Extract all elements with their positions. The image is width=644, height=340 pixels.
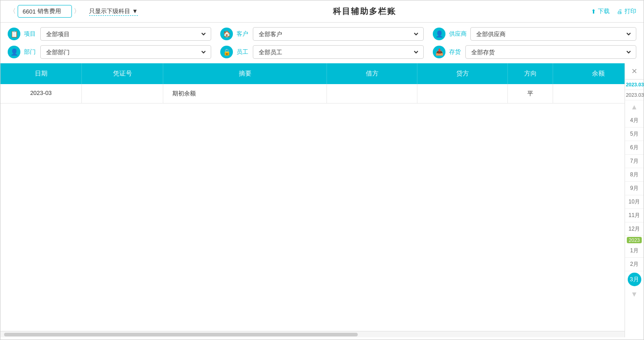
cell-voucher [82,84,163,103]
close-button[interactable]: ✕ [625,63,644,80]
supplier-icon: 👤 [433,28,445,40]
supplier-select-input[interactable]: 全部供应商 [474,30,632,38]
cell-direction: 平 [508,84,553,103]
sidebar-month-7[interactable]: 7月 [625,155,644,168]
scroll-thumb [4,333,358,336]
sidebar-up-arrow[interactable]: ▲ [625,100,644,114]
show-sub-select[interactable]: 只显示下级科目 ▼ [89,7,138,16]
cell-debit [327,84,417,103]
download-icon: ⬆ [591,8,596,15]
filter-project: 📋 项目 全部项目 [8,27,211,41]
col-header-direction: 方向 [508,63,553,84]
table-body: 2023-03 期初余额 平 [0,84,644,104]
department-label: 部门 [24,48,37,56]
sidebar-month-10[interactable]: 10月 [625,195,644,209]
year-badge-2023[interactable]: 2023 [627,237,641,243]
project-label: 项目 [24,30,37,38]
inventory-icon: 📥 [433,46,445,58]
print-label: 打印 [625,7,636,15]
sidebar-period-2[interactable]: 2023.03 [625,90,644,100]
supplier-select[interactable]: 全部供应商 [470,27,636,41]
col-header-date: 日期 [0,63,82,84]
main-window: 〈 6601 销售费用 〉 只显示下级科目 ▼ 科目辅助多栏账 ⬆ 下载 🖨 打… [0,0,644,340]
page-title: 科目辅助多栏账 [138,6,591,17]
print-button[interactable]: 🖨 打印 [617,7,636,15]
cell-summary: 期初余额 [163,84,327,103]
filter-bar: 📋 项目 全部项目 🏠 客户 全部客户 👤 供应商 [0,23,644,63]
table-area: 日期 凭证号 摘要 借方 贷方 方向 余额 2023-03 期初余额 平 [0,63,644,337]
cell-date: 2023-03 [0,84,82,103]
project-icon: 📋 [8,28,20,40]
sidebar-month-4[interactable]: 4月 [625,114,644,128]
filter-inventory: 📥 存货 全部存货 [433,45,636,59]
sidebar-month-6[interactable]: 6月 [625,141,644,155]
sidebar-down-arrow[interactable]: ▼ [625,288,644,301]
inventory-select[interactable]: 全部存货 [465,45,636,59]
department-icon: 👤 [8,46,20,58]
header-actions: ⬆ 下载 🖨 打印 [591,7,636,15]
inventory-select-input[interactable]: 全部存货 [469,48,632,56]
sidebar-month-3-active[interactable]: 3月 [628,273,641,286]
download-button[interactable]: ⬆ 下载 [591,7,610,15]
table-header: 日期 凭证号 摘要 借方 贷方 方向 余额 [0,63,644,84]
account-code: 6601 [23,8,36,15]
table-row: 2023-03 期初余额 平 [0,84,644,104]
col-header-voucher: 凭证号 [82,63,163,84]
sidebar-month-1[interactable]: 1月 [625,244,644,258]
filter-employee: 🔒 员工 全部员工 [220,45,424,59]
chevron-down-icon: ▼ [132,8,138,14]
sidebar-month-9[interactable]: 9月 [625,182,644,195]
sidebar-period-1[interactable]: 2023.03 [625,80,644,90]
header: 〈 6601 销售费用 〉 只显示下级科目 ▼ 科目辅助多栏账 ⬆ 下载 🖨 打… [0,0,644,63]
col-header-debit: 借方 [327,63,417,84]
cell-credit [417,84,508,103]
customer-label: 客户 [237,30,249,38]
show-sub-label: 只显示下级科目 [89,7,130,15]
department-select-input[interactable]: 全部部门 [44,48,207,56]
employee-select-input[interactable]: 全部员工 [257,48,420,56]
filter-customer: 🏠 客户 全部客户 [220,27,424,41]
inventory-label: 存货 [449,48,462,56]
sidebar-month-8[interactable]: 8月 [625,168,644,182]
col-header-summary: 摘要 [163,63,327,84]
employee-label: 员工 [237,48,249,56]
right-sidebar: ✕ 2023.03 2023.03 ▲ 4月 5月 6月 7月 8月 9月 10… [625,63,644,337]
sidebar-month-12[interactable]: 12月 [625,222,644,236]
project-select[interactable]: 全部项目 [40,27,211,41]
employee-icon: 🔒 [220,46,233,58]
nav-prev-button[interactable]: 〈 [8,6,18,16]
col-header-credit: 贷方 [417,63,508,84]
account-selector[interactable]: 6601 销售费用 [18,5,72,18]
horizontal-scrollbar[interactable] [0,331,644,337]
employee-select[interactable]: 全部员工 [253,45,424,59]
customer-icon: 🏠 [220,28,233,40]
sidebar-month-2[interactable]: 2月 [625,258,644,271]
project-select-input[interactable]: 全部项目 [44,30,207,38]
filter-supplier: 👤 供应商 全部供应商 [433,27,636,41]
sidebar-month-11[interactable]: 11月 [625,209,644,222]
department-select[interactable]: 全部部门 [40,45,211,59]
print-icon: 🖨 [617,8,623,15]
download-label: 下载 [598,7,610,15]
filter-department: 👤 部门 全部部门 [8,45,211,59]
customer-select-input[interactable]: 全部客户 [257,30,420,38]
account-name: 销售费用 [38,7,61,15]
nav-next-button[interactable]: 〉 [72,6,82,16]
customer-select[interactable]: 全部客户 [253,27,424,41]
sidebar-month-5[interactable]: 5月 [625,128,644,141]
supplier-label: 供应商 [449,30,467,38]
